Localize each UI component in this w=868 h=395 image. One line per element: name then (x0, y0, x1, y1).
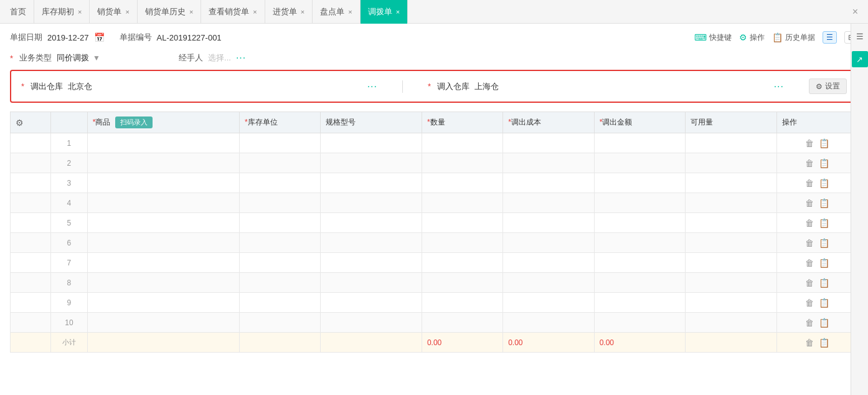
row-delete-icon[interactable]: 🗑 (805, 138, 814, 148)
close-all-tabs[interactable]: × (847, 6, 863, 17)
row-unit-cell[interactable] (239, 293, 320, 313)
row-copy-icon[interactable]: 📋 (819, 178, 829, 188)
row-product-cell[interactable] (87, 253, 239, 273)
row-product-cell[interactable] (87, 233, 239, 253)
row-cost-cell[interactable] (503, 313, 595, 333)
operations-btn[interactable]: ⚙ 操作 (739, 32, 765, 43)
row-cost-cell[interactable] (503, 253, 595, 273)
row-copy-icon[interactable]: 📋 (819, 238, 829, 248)
row-copy-icon[interactable]: 📋 (819, 318, 829, 328)
shortcuts-btn[interactable]: ⌨ 快捷键 (694, 32, 732, 43)
in-warehouse-more-btn[interactable]: ··· (774, 81, 784, 92)
row-spec-cell[interactable] (321, 213, 422, 233)
col-gear-header[interactable]: ⚙ (11, 112, 51, 133)
row-cost-cell[interactable] (503, 213, 595, 233)
row-cost-cell[interactable] (503, 193, 595, 213)
row-spec-cell[interactable] (321, 193, 422, 213)
scan-btn[interactable]: 扫码录入 (115, 117, 153, 128)
row-product-cell[interactable] (87, 133, 239, 153)
business-type-select[interactable]: 同价调拨 ▼ (57, 52, 144, 64)
row-amount-cell[interactable] (594, 133, 686, 153)
row-amount-cell[interactable] (594, 313, 686, 333)
row-cost-cell[interactable] (503, 173, 595, 193)
row-amount-cell[interactable] (594, 173, 686, 193)
settings-button[interactable]: ⚙ 设置 (809, 79, 847, 94)
tab-inventory-check-close[interactable]: × (348, 8, 352, 16)
row-delete-icon[interactable]: 🗑 (805, 178, 814, 188)
tab-transfer-close[interactable]: × (396, 8, 400, 16)
subtotal-copy-icon[interactable]: 📋 (819, 338, 829, 348)
row-unit-cell[interactable] (239, 153, 320, 173)
row-delete-icon[interactable]: 🗑 (805, 158, 814, 168)
row-unit-cell[interactable] (239, 213, 320, 233)
row-amount-cell[interactable] (594, 233, 686, 253)
row-qty-cell[interactable] (422, 213, 502, 233)
sidebar-list-btn[interactable]: ☰ (852, 29, 867, 44)
row-spec-cell[interactable] (321, 313, 422, 333)
handler-placeholder[interactable]: 选择... (208, 52, 231, 64)
tab-purchase-close[interactable]: × (301, 8, 304, 16)
row-delete-icon[interactable]: 🗑 (805, 218, 814, 228)
gear-icon[interactable]: ⚙ (16, 118, 24, 128)
row-amount-cell[interactable] (594, 253, 686, 273)
row-unit-cell[interactable] (239, 133, 320, 153)
row-delete-icon[interactable]: 🗑 (805, 238, 814, 248)
row-spec-cell[interactable] (321, 293, 422, 313)
row-product-cell[interactable] (87, 153, 239, 173)
tab-view-sales-close[interactable]: × (253, 8, 257, 16)
tab-home[interactable]: 首页 (5, 0, 34, 24)
row-copy-icon[interactable]: 📋 (819, 158, 829, 168)
row-unit-cell[interactable] (239, 193, 320, 213)
tab-purchase[interactable]: 进货单 × (265, 0, 313, 24)
row-qty-cell[interactable] (422, 193, 502, 213)
row-amount-cell[interactable] (594, 153, 686, 173)
row-amount-cell[interactable] (594, 293, 686, 313)
layout-btn-1[interactable]: ☰ (823, 31, 837, 44)
row-copy-icon[interactable]: 📋 (819, 298, 829, 308)
row-unit-cell[interactable] (239, 233, 320, 253)
row-cost-cell[interactable] (503, 273, 595, 293)
row-spec-cell[interactable] (321, 233, 422, 253)
row-qty-cell[interactable] (422, 233, 502, 253)
row-delete-icon[interactable]: 🗑 (805, 298, 814, 308)
row-qty-cell[interactable] (422, 173, 502, 193)
tab-inventory-check[interactable]: 盘点单 × (313, 0, 360, 24)
row-qty-cell[interactable] (422, 253, 502, 273)
out-warehouse-more-btn[interactable]: ··· (367, 81, 377, 92)
row-spec-cell[interactable] (321, 273, 422, 293)
row-qty-cell[interactable] (422, 153, 502, 173)
row-qty-cell[interactable] (422, 313, 502, 333)
tab-sales-order[interactable]: 销货单 × (90, 0, 137, 24)
row-delete-icon[interactable]: 🗑 (805, 278, 814, 288)
row-amount-cell[interactable] (594, 273, 686, 293)
row-delete-icon[interactable]: 🗑 (805, 318, 814, 328)
row-spec-cell[interactable] (321, 153, 422, 173)
row-product-cell[interactable] (87, 213, 239, 233)
row-unit-cell[interactable] (239, 253, 320, 273)
tab-transfer[interactable]: 调拨单 × (361, 0, 408, 24)
row-qty-cell[interactable] (422, 273, 502, 293)
row-spec-cell[interactable] (321, 133, 422, 153)
row-qty-cell[interactable] (422, 293, 502, 313)
history-btn[interactable]: 📋 历史单据 (772, 32, 815, 43)
tab-inventory-init[interactable]: 库存期初 × (34, 0, 90, 24)
subtotal-delete-icon[interactable]: 🗑 (805, 338, 814, 348)
row-amount-cell[interactable] (594, 213, 686, 233)
calendar-icon[interactable]: 📅 (94, 32, 105, 42)
row-copy-icon[interactable]: 📋 (819, 258, 829, 268)
row-product-cell[interactable] (87, 313, 239, 333)
row-delete-icon[interactable]: 🗑 (805, 258, 814, 268)
row-copy-icon[interactable]: 📋 (819, 198, 829, 208)
row-unit-cell[interactable] (239, 173, 320, 193)
row-copy-icon[interactable]: 📋 (819, 278, 829, 288)
row-product-cell[interactable] (87, 173, 239, 193)
row-copy-icon[interactable]: 📋 (819, 218, 829, 228)
tab-sales-history[interactable]: 销货单历史 × (138, 0, 201, 24)
row-cost-cell[interactable] (503, 293, 595, 313)
row-amount-cell[interactable] (594, 193, 686, 213)
row-product-cell[interactable] (87, 193, 239, 213)
row-spec-cell[interactable] (321, 173, 422, 193)
sidebar-expand-btn[interactable]: ↗ (852, 51, 868, 67)
row-unit-cell[interactable] (239, 313, 320, 333)
tab-sales-order-close[interactable]: × (125, 8, 129, 16)
